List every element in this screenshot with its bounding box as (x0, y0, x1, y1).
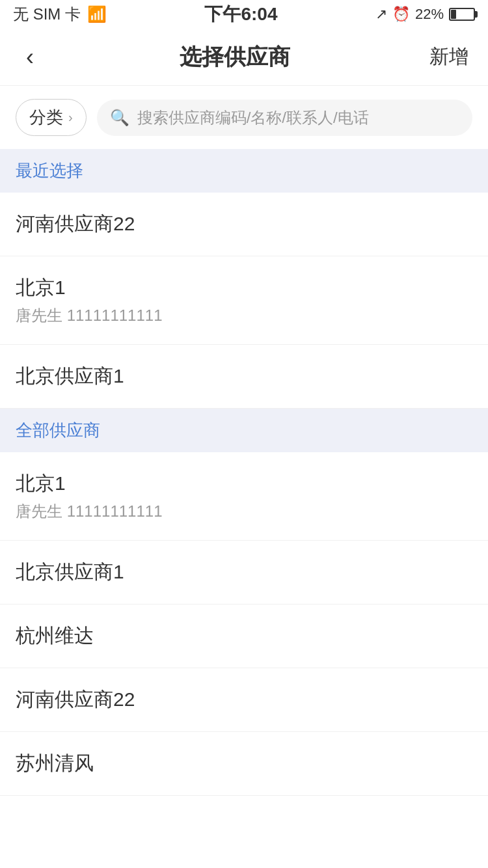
item-name: 北京1 (16, 470, 472, 497)
item-name: 河南供应商22 (16, 211, 472, 237)
filter-bar: 分类 › 🔍 搜索供应商编码/名称/联系人/电话 (0, 86, 488, 149)
nav-bar: ‹ 选择供应商 新增 (0, 29, 488, 86)
category-button[interactable]: 分类 › (16, 99, 87, 136)
status-bar: 无 SIM 卡 📶 下午6:04 ↗ ⏰ 22% (0, 0, 488, 29)
list-item[interactable]: 河南供应商22 (0, 193, 488, 256)
sim-status: 无 SIM 卡 (13, 4, 81, 25)
list-item[interactable]: 北京供应商1 (0, 345, 488, 409)
status-time: 下午6:04 (204, 2, 277, 27)
battery-percent: 22% (415, 6, 444, 23)
item-name: 苏州清风 (16, 750, 472, 777)
page-title: 选择供应商 (180, 42, 290, 72)
content-area: 最近选择河南供应商22北京1唐先生 11111111111北京供应商1全部供应商… (0, 149, 488, 796)
status-right: ↗ ⏰ 22% (375, 6, 475, 23)
alarm-icon: ⏰ (392, 6, 410, 23)
section-header-all: 全部供应商 (0, 409, 488, 452)
status-left: 无 SIM 卡 📶 (13, 4, 107, 25)
category-label: 分类 (29, 106, 63, 129)
list-item[interactable]: 苏州清风 (0, 732, 488, 796)
search-icon: 🔍 (110, 109, 129, 127)
item-detail: 唐先生 11111111111 (16, 501, 472, 522)
search-placeholder: 搜索供应商编码/名称/联系人/电话 (137, 107, 369, 128)
wifi-icon: 📶 (87, 5, 107, 23)
item-name: 北京供应商1 (16, 559, 472, 586)
chevron-right-icon: › (68, 110, 73, 125)
battery-icon (449, 8, 475, 21)
list-item[interactable]: 河南供应商22 (0, 668, 488, 732)
search-box[interactable]: 🔍 搜索供应商编码/名称/联系人/电话 (97, 100, 472, 136)
list-item[interactable]: 北京1唐先生 11111111111 (0, 256, 488, 345)
add-button[interactable]: 新增 (429, 44, 468, 70)
section-header-recent: 最近选择 (0, 149, 488, 193)
item-name: 北京1 (16, 275, 472, 301)
location-icon: ↗ (375, 6, 387, 23)
list-item[interactable]: 北京1唐先生 11111111111 (0, 452, 488, 541)
item-name: 河南供应商22 (16, 686, 472, 713)
item-detail: 唐先生 11111111111 (16, 305, 472, 326)
list-item[interactable]: 杭州维达 (0, 604, 488, 668)
list-item[interactable]: 北京供应商1 (0, 541, 488, 604)
back-button[interactable]: ‹ (20, 37, 40, 77)
item-name: 北京供应商1 (16, 363, 472, 390)
item-name: 杭州维达 (16, 623, 472, 649)
